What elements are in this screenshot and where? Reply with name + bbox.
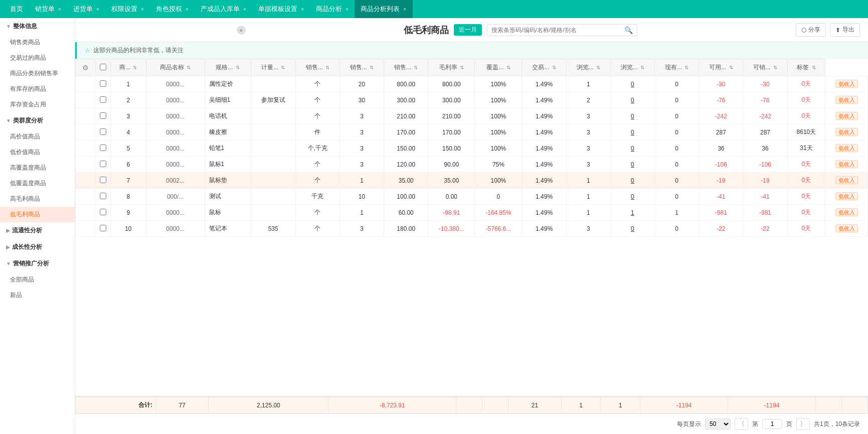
nav-home[interactable]: 首页: [4, 0, 29, 18]
row-checkbox-9[interactable]: [96, 221, 111, 237]
row-checkbox-8[interactable]: [96, 205, 111, 221]
sidebar-item-all-goods[interactable]: 全部商品: [0, 272, 75, 287]
col-coverage[interactable]: 覆盖... ⇅: [475, 59, 522, 76]
nav-purchase-close[interactable]: ×: [96, 6, 99, 12]
nav-permissions[interactable]: 权限设置 ×: [105, 0, 150, 18]
page-number-input[interactable]: [762, 419, 782, 429]
row-checkbox-0[interactable]: [96, 76, 111, 92]
row-browse1-7[interactable]: 0: [610, 189, 654, 205]
row-checkbox-1[interactable]: [96, 92, 111, 108]
sidebar-item-high-value[interactable]: 高价值商品: [0, 129, 75, 144]
sidebar-item-category-sales[interactable]: 商品分类别销售率: [0, 66, 75, 81]
col-tag[interactable]: 标签 ⇅: [787, 59, 825, 76]
nav-template-close[interactable]: ×: [301, 6, 304, 12]
nav-roles[interactable]: 角色授权 ×: [150, 0, 195, 18]
col-available[interactable]: 可用... ⇅: [699, 59, 743, 76]
browse1-link-9[interactable]: 0: [631, 225, 634, 232]
row-checkbox-input-7[interactable]: [100, 193, 106, 199]
search-input[interactable]: [491, 27, 622, 34]
row-browse1-5[interactable]: 0: [610, 157, 654, 173]
row-checkbox-input-9[interactable]: [100, 225, 106, 231]
nav-purchase[interactable]: 进货单 ×: [67, 0, 105, 18]
row-checkbox-input-6[interactable]: [100, 177, 106, 183]
col-sales-qty[interactable]: 销售... ⇅: [295, 59, 339, 76]
row-checkbox-5[interactable]: [96, 157, 111, 173]
row-browse1-9[interactable]: 0: [610, 221, 654, 237]
sidebar-group-overall-title[interactable]: ▼ 整体信息: [0, 18, 75, 35]
sidebar-item-traded-goods[interactable]: 交易过的商品: [0, 50, 75, 66]
nav-goods-analysis-list[interactable]: 商品分析列表 ×: [355, 0, 412, 18]
nav-goods-analysis-close[interactable]: ×: [345, 6, 349, 12]
sidebar-item-low-margin[interactable]: 低毛利商品: [0, 207, 75, 222]
browse1-link-6[interactable]: 0: [631, 177, 634, 184]
col-saleable[interactable]: 可销... ⇅: [743, 59, 787, 76]
row-checkbox-input-2[interactable]: [100, 112, 106, 119]
row-checkbox-2[interactable]: [96, 108, 111, 124]
sidebar-group-circulation-title[interactable]: ▶ 流通性分析: [0, 222, 75, 239]
sidebar-item-new-goods[interactable]: 新品: [0, 287, 75, 303]
next-page-button[interactable]: 〉: [796, 418, 810, 430]
col-unit[interactable]: 计量... ⇅: [251, 59, 295, 76]
col-browse2[interactable]: 浏览... ⇅: [610, 59, 654, 76]
col-settings[interactable]: ⚙: [76, 59, 96, 76]
browse1-link-4[interactable]: 0: [631, 145, 634, 152]
col-name[interactable]: 商品名称 ⇅: [146, 59, 205, 76]
sidebar-collapse-button[interactable]: «: [237, 26, 246, 35]
search-icon[interactable]: 🔍: [624, 26, 633, 34]
sidebar-item-low-value[interactable]: 低价值商品: [0, 144, 75, 160]
browse1-link-2[interactable]: 0: [631, 113, 634, 120]
nav-roles-close[interactable]: ×: [186, 6, 189, 12]
row-checkbox-input-4[interactable]: [100, 144, 106, 151]
row-checkbox-input-1[interactable]: [100, 96, 106, 103]
row-checkbox-input-8[interactable]: [100, 209, 106, 215]
sidebar-group-cluster-title[interactable]: ▼ 类群度分析: [0, 112, 75, 129]
nav-template[interactable]: 单据模板设置 ×: [252, 0, 310, 18]
browse1-link-5[interactable]: 0: [631, 161, 634, 168]
nav-product-entry[interactable]: 产成品入库单 ×: [195, 0, 252, 18]
row-checkbox-input-5[interactable]: [100, 161, 106, 167]
sidebar-group-growth-title[interactable]: ▶ 成长性分析: [0, 239, 75, 255]
row-browse1-8[interactable]: 1: [610, 205, 654, 221]
row-checkbox-input-3[interactable]: [100, 128, 106, 135]
table-container[interactable]: ⚙ 商... ⇅ 商品名称 ⇅ 规格... ⇅ 计量... ⇅ 销售... ⇅ …: [75, 59, 868, 396]
row-checkbox-4[interactable]: [96, 140, 111, 157]
sidebar-item-sales-goods[interactable]: 销售类商品: [0, 35, 75, 50]
col-gross-margin[interactable]: 毛利率 ⇅: [428, 59, 475, 76]
row-checkbox-6[interactable]: [96, 173, 111, 189]
nav-permissions-close[interactable]: ×: [141, 6, 144, 12]
share-button[interactable]: ⬡ 分享: [796, 23, 826, 37]
browse1-link-3[interactable]: 0: [631, 129, 634, 136]
prev-page-button[interactable]: 〈: [735, 418, 748, 430]
sidebar-group-marketing-title[interactable]: ▼ 营销推广分析: [0, 255, 75, 272]
row-browse1-6[interactable]: 0: [610, 173, 654, 189]
nav-product-entry-close[interactable]: ×: [243, 6, 246, 12]
nav-goods-list-close[interactable]: ×: [403, 6, 406, 12]
sidebar-item-stock-funds[interactable]: 库存资金占用: [0, 97, 75, 112]
col-code[interactable]: 商... ⇅: [111, 59, 146, 76]
browse1-link-8[interactable]: 1: [631, 209, 634, 216]
row-browse1-0[interactable]: 0: [610, 76, 654, 92]
export-button[interactable]: ⬆ 导出: [830, 23, 860, 37]
select-all-checkbox[interactable]: [100, 64, 106, 70]
nav-sales[interactable]: 销货单 ×: [29, 0, 67, 18]
gear-icon[interactable]: ⚙: [82, 64, 89, 72]
page-size-select[interactable]: 50 20 100: [705, 418, 731, 429]
nav-goods-analysis[interactable]: 商品分析 ×: [310, 0, 355, 18]
row-browse1-1[interactable]: 0: [610, 92, 654, 108]
col-browse1[interactable]: 浏览... ⇅: [566, 59, 610, 76]
row-browse1-4[interactable]: 0: [610, 140, 654, 157]
browse1-link-1[interactable]: 0: [631, 97, 634, 104]
row-checkbox-3[interactable]: [96, 124, 111, 140]
col-sales-profit[interactable]: 销售... ⇅: [384, 59, 428, 76]
nav-sales-close[interactable]: ×: [58, 6, 61, 12]
sidebar-item-high-margin[interactable]: 高毛利商品: [0, 191, 75, 207]
col-current-stock[interactable]: 现有... ⇅: [655, 59, 699, 76]
col-sales-amount[interactable]: 销售... ⇅: [339, 59, 384, 76]
row-checkbox-7[interactable]: [96, 189, 111, 205]
sidebar-item-low-coverage[interactable]: 低覆盖度商品: [0, 176, 75, 191]
browse1-link-7[interactable]: 0: [631, 193, 634, 200]
row-checkbox-input-0[interactable]: [100, 80, 106, 87]
sidebar-item-stocked-goods[interactable]: 有库存的商品: [0, 81, 75, 97]
row-browse1-2[interactable]: 0: [610, 108, 654, 124]
col-spec[interactable]: 规格... ⇅: [205, 59, 251, 76]
